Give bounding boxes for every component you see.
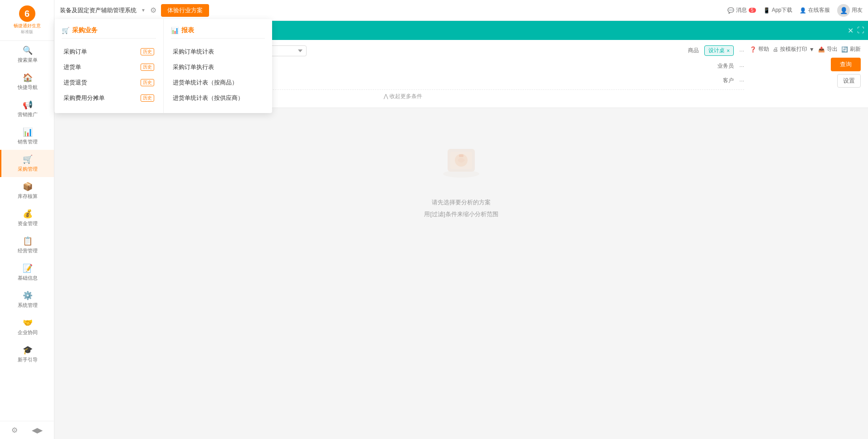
- print-icon: 🖨: [773, 46, 778, 53]
- purchase-section-icon: 🛒: [62, 27, 69, 34]
- query-button[interactable]: 查询: [831, 58, 861, 71]
- customer-label: 客户: [723, 77, 734, 84]
- print-arrow: ▼: [809, 46, 814, 53]
- operation-nav-icon: 📋: [23, 236, 33, 246]
- sidebar-item-basic-info[interactable]: 📝 基础信息: [0, 259, 54, 286]
- purchase-expense-hist: 历史: [141, 94, 154, 102]
- sidebar-item-label: 经营管理: [18, 247, 38, 254]
- search-nav-icon: 🔍: [23, 45, 33, 55]
- purchase-expense-label: 采购费用分摊单: [63, 94, 137, 102]
- system-nav-icon: ⚙️: [23, 291, 33, 301]
- sidebar-item-search[interactable]: 🔍 搜索菜单: [0, 41, 54, 68]
- empty-hint-1: 请先选择要分析的方案: [432, 198, 491, 207]
- export-btn[interactable]: 📤 导出: [818, 45, 838, 53]
- goods-stat-by-product-label: 进货单统计表（按商品）: [173, 79, 263, 87]
- service-label: 在线客服: [808, 6, 830, 14]
- report-section-title: 📊 报表: [171, 26, 265, 39]
- refresh-btn[interactable]: 🔄 刷新: [841, 45, 861, 53]
- empty-illustration: [434, 135, 488, 189]
- goods-tag-close[interactable]: ×: [727, 48, 730, 54]
- setting-button[interactable]: 设置: [837, 74, 861, 88]
- sidebar-footer: ⚙ ◀▶: [0, 421, 54, 439]
- system-title: 装备及固定资产辅助管理系统: [60, 6, 137, 15]
- goods-stat-by-product-item[interactable]: 进货单统计表（按商品）: [171, 75, 265, 90]
- finance-nav-icon: 💰: [23, 209, 33, 219]
- sidebar-item-enterprise[interactable]: 🤝 企业协同: [0, 313, 54, 340]
- settings-footer-btn[interactable]: ⚙: [11, 426, 18, 434]
- sidebar-item-marketing[interactable]: 📢 营销推广: [0, 95, 54, 123]
- tab-fullscreen-btn[interactable]: ⛶: [857, 26, 864, 35]
- sidebar-item-label: 系统管理: [18, 302, 38, 309]
- sidebar-item-purchase[interactable]: 🛒 采购管理: [0, 150, 54, 177]
- sidebar-item-label: 快捷导航: [18, 84, 38, 91]
- help-btn[interactable]: ❓ 帮助: [750, 45, 769, 53]
- salesman-more-btn[interactable]: ···: [739, 63, 744, 69]
- purchase-nav-icon: 🛒: [23, 154, 33, 164]
- home-nav-icon: 🏠: [23, 73, 33, 83]
- logo-title: 畅捷通好生意: [14, 23, 41, 29]
- user-action[interactable]: 👤 用友: [837, 4, 863, 17]
- sidebar-item-guide[interactable]: 🎓 新手引导: [0, 340, 54, 368]
- goods-receipt-hist: 历史: [141, 64, 154, 71]
- app-download-action[interactable]: 📱 App下载: [763, 6, 792, 14]
- goods-return-item[interactable]: 进货退货 历史: [62, 75, 156, 90]
- purchase-order-stat-item[interactable]: 采购订单统计表: [171, 44, 265, 59]
- sidebar-item-quick-nav[interactable]: 🏠 快捷导航: [0, 68, 54, 95]
- refresh-label: 刷新: [850, 45, 861, 53]
- app-icon: 📱: [763, 7, 770, 14]
- settings-gear-icon[interactable]: ⚙: [150, 6, 156, 15]
- app-label: App下载: [772, 6, 792, 14]
- sidebar-item-system[interactable]: ⚙️ 系统管理: [0, 286, 54, 313]
- export-icon: 📤: [818, 46, 825, 53]
- user-avatar: 👤: [837, 4, 850, 17]
- collapse-footer-btn[interactable]: ◀▶: [32, 426, 43, 434]
- sales-nav-icon: 📊: [23, 127, 33, 137]
- guide-nav-icon: 🎓: [23, 345, 33, 355]
- sidebar-item-label: 采购管理: [18, 166, 38, 173]
- refresh-icon: 🔄: [841, 46, 848, 53]
- purchase-section: 🛒 采购业务 采购订单 历史 进货单 历史 进货退货 历史 采购费用分摊单: [54, 19, 163, 113]
- purchase-dropdown-menu: 🛒 采购业务 采购订单 历史 进货单 历史 进货退货 历史 采购费用分摊单: [54, 19, 272, 113]
- report-section: 📊 报表 采购订单统计表 采购订单执行表 进货单统计表（按商品） 进货单统计表（…: [163, 19, 273, 113]
- sidebar-item-label: 基础信息: [18, 275, 38, 281]
- message-icon: 💬: [727, 7, 734, 14]
- collapse-text: ⋀ 收起更多条件: [384, 93, 422, 99]
- sidebar-item-finance[interactable]: 💰 资金管理: [0, 204, 54, 232]
- goods-receipt-item[interactable]: 进货单 历史: [62, 59, 156, 75]
- salesman-label: 业务员: [717, 62, 734, 70]
- sidebar-item-label: 企业协同: [18, 329, 38, 336]
- goods-stat-by-supplier-label: 进货单统计表（按供应商）: [173, 94, 263, 102]
- logo-icon: 6: [19, 5, 35, 22]
- sidebar: 6 畅捷通好生意 标准版 🔍 搜索菜单 🏠 快捷导航 📢 营销推广 📊 销售管理: [0, 0, 54, 439]
- purchase-section-title: 🛒 采购业务: [62, 26, 156, 39]
- goods-stat-by-supplier-item[interactable]: 进货单统计表（按供应商）: [171, 90, 265, 106]
- purchase-section-label: 采购业务: [72, 26, 98, 35]
- report-section-label: 报表: [181, 26, 194, 35]
- enterprise-nav-icon: 🤝: [23, 318, 33, 328]
- tab-bar-actions: ✕ ⛶: [848, 26, 864, 35]
- sidebar-item-label: 资金管理: [18, 220, 38, 227]
- goods-label: 商品: [688, 47, 699, 54]
- goods-return-hist: 历史: [141, 79, 154, 86]
- sidebar-item-label: 新手引导: [18, 356, 38, 363]
- system-title-dropdown[interactable]: ▼: [141, 8, 146, 13]
- sidebar-item-label: 库存核算: [18, 193, 38, 200]
- sidebar-item-operation[interactable]: 📋 经营管理: [0, 232, 54, 259]
- service-action[interactable]: 👤 在线客服: [800, 6, 830, 14]
- sidebar-item-sales[interactable]: 📊 销售管理: [0, 123, 54, 150]
- sidebar-item-inventory[interactable]: 📦 库存核算: [0, 177, 54, 204]
- customer-more-btn[interactable]: ···: [739, 77, 744, 84]
- logo-badge: 标准版: [21, 29, 33, 35]
- print-btn[interactable]: 🖨 按模板打印 ▼: [773, 45, 814, 53]
- tab-close-all-btn[interactable]: ✕: [848, 26, 853, 35]
- industry-btn[interactable]: 体验行业方案: [161, 4, 209, 17]
- message-action[interactable]: 💬 消息 5: [727, 6, 756, 14]
- purchase-order-exec-item[interactable]: 采购订单执行表: [171, 59, 265, 75]
- empty-hint-2: 用[过滤]条件来缩小分析范围: [424, 210, 498, 218]
- purchase-order-stat-label: 采购订单统计表: [173, 48, 263, 56]
- purchase-order-item[interactable]: 采购订单 历史: [62, 44, 156, 59]
- purchase-expense-item[interactable]: 采购费用分摊单 历史: [62, 90, 156, 106]
- sidebar-item-label: 销售管理: [18, 138, 38, 145]
- goods-more-btn[interactable]: ···: [739, 47, 744, 54]
- help-label: 帮助: [758, 45, 769, 53]
